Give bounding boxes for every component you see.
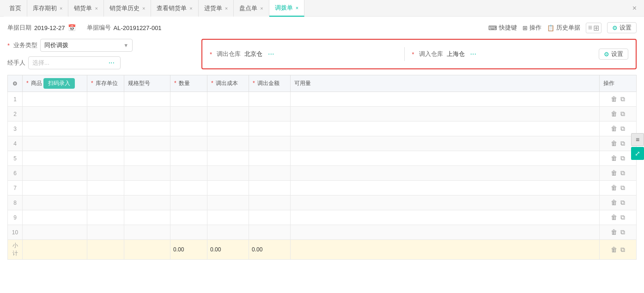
- copy-row-4[interactable]: ⧉: [620, 139, 626, 148]
- cell-qty-11[interactable]: 0.00: [170, 240, 207, 260]
- cell-unit-11[interactable]: [87, 240, 124, 260]
- copy-row-11[interactable]: ⧉: [620, 245, 626, 255]
- view-toggle[interactable]: ≡ ⊞: [586, 23, 601, 33]
- sidebar-expand-button[interactable]: ⤢: [631, 147, 644, 160]
- cell-spec-7[interactable]: [124, 181, 170, 195]
- cell-product-8[interactable]: [23, 195, 87, 210]
- cell-avail-3[interactable]: [291, 122, 600, 136]
- cell-unit-2[interactable]: [87, 107, 124, 122]
- close-tab-stocktake[interactable]: ×: [260, 6, 263, 11]
- cell-spec-10[interactable]: [124, 225, 170, 240]
- copy-row-10[interactable]: ⧉: [620, 227, 626, 237]
- cell-avail-11[interactable]: [291, 240, 600, 260]
- cell-qty-6[interactable]: [170, 166, 207, 181]
- delete-row-4[interactable]: 🗑: [610, 139, 618, 148]
- cell-avail-4[interactable]: [291, 136, 600, 151]
- cell-unit-3[interactable]: [87, 122, 124, 136]
- calendar-icon[interactable]: 📅: [68, 24, 76, 31]
- cell-unit-5[interactable]: [87, 151, 124, 166]
- cell-avail-2[interactable]: [291, 107, 600, 122]
- tab-stocktake[interactable]: 盘点单 ×: [234, 0, 269, 17]
- cell-avail-10[interactable]: [291, 225, 600, 240]
- th-gear[interactable]: ⚙: [8, 75, 23, 92]
- settings-button[interactable]: ⚙ 设置: [607, 22, 637, 33]
- cell-product-11[interactable]: [23, 240, 87, 260]
- cell-qty-9[interactable]: [170, 210, 207, 225]
- cell-amount-9[interactable]: [249, 210, 291, 225]
- copy-row-9[interactable]: ⧉: [620, 213, 626, 222]
- cell-spec-11[interactable]: [124, 240, 170, 260]
- biz-type-select[interactable]: 同价调拨 ▼: [40, 39, 133, 52]
- cell-cost-8[interactable]: [207, 195, 249, 210]
- cell-unit-8[interactable]: [87, 195, 124, 210]
- operation-button[interactable]: ⊞ 操作: [522, 24, 541, 32]
- cell-cost-6[interactable]: [207, 166, 249, 181]
- cell-unit-9[interactable]: [87, 210, 124, 225]
- table-scroll-area[interactable]: ⚙ * 商品 扫码录入 * 库存单位 规格型号: [7, 75, 637, 260]
- cell-amount-1[interactable]: [249, 92, 291, 107]
- history-button[interactable]: 📋 历史单据: [547, 24, 580, 32]
- delete-row-11[interactable]: 🗑: [610, 245, 618, 254]
- handler-select[interactable]: 选择... ···: [28, 56, 121, 69]
- cell-qty-8[interactable]: [170, 195, 207, 210]
- delete-row-7[interactable]: 🗑: [610, 183, 618, 192]
- in-warehouse-more-icon[interactable]: ···: [468, 50, 478, 58]
- cell-amount-7[interactable]: [249, 181, 291, 195]
- cell-unit-7[interactable]: [87, 181, 124, 195]
- cell-amount-6[interactable]: [249, 166, 291, 181]
- cell-cost-7[interactable]: [207, 181, 249, 195]
- cell-avail-7[interactable]: [291, 181, 600, 195]
- cell-qty-7[interactable]: [170, 181, 207, 195]
- close-tab-sales-order[interactable]: ×: [95, 6, 97, 11]
- copy-row-3[interactable]: ⧉: [620, 124, 626, 134]
- cell-amount-5[interactable]: [249, 151, 291, 166]
- tab-home[interactable]: 首页: [4, 0, 27, 17]
- cell-cost-3[interactable]: [207, 122, 249, 136]
- out-warehouse-more-icon[interactable]: ···: [266, 50, 276, 58]
- tab-sales-history[interactable]: 销货单历史 ×: [104, 0, 151, 17]
- warehouse-settings-button[interactable]: ⚙ 设置: [599, 49, 628, 60]
- delete-row-2[interactable]: 🗑: [610, 109, 618, 118]
- cell-qty-5[interactable]: [170, 151, 207, 166]
- copy-row-5[interactable]: ⧉: [620, 153, 626, 163]
- tab-transfer[interactable]: 调拨单 ×: [269, 0, 304, 17]
- cell-spec-9[interactable]: [124, 210, 170, 225]
- cell-product-5[interactable]: [23, 151, 87, 166]
- cell-qty-4[interactable]: [170, 136, 207, 151]
- tab-view-sales[interactable]: 查看销货单 ×: [151, 0, 198, 17]
- cell-qty-10[interactable]: [170, 225, 207, 240]
- cell-avail-1[interactable]: [291, 92, 600, 107]
- scan-button[interactable]: 扫码录入: [43, 78, 75, 89]
- copy-row-7[interactable]: ⧉: [620, 183, 626, 193]
- cell-cost-2[interactable]: [207, 107, 249, 122]
- copy-row-1[interactable]: ⧉: [620, 94, 626, 104]
- cell-amount-3[interactable]: [249, 122, 291, 136]
- cell-amount-8[interactable]: [249, 195, 291, 210]
- cell-unit-1[interactable]: [87, 92, 124, 107]
- tab-purchase[interactable]: 进货单 ×: [199, 0, 234, 17]
- delete-row-10[interactable]: 🗑: [610, 227, 618, 237]
- cell-cost-9[interactable]: [207, 210, 249, 225]
- close-all-tabs[interactable]: ×: [629, 4, 640, 12]
- cell-cost-11[interactable]: 0.00: [207, 240, 249, 260]
- cell-product-1[interactable]: [23, 92, 87, 107]
- sidebar-list-button[interactable]: ≡: [631, 133, 644, 146]
- cell-amount-4[interactable]: [249, 136, 291, 151]
- cell-amount-2[interactable]: [249, 107, 291, 122]
- cell-unit-10[interactable]: [87, 225, 124, 240]
- cell-spec-8[interactable]: [124, 195, 170, 210]
- close-tab-sales-history[interactable]: ×: [142, 6, 145, 11]
- column-settings-icon[interactable]: ⚙: [12, 80, 18, 87]
- cell-avail-5[interactable]: [291, 151, 600, 166]
- cell-spec-4[interactable]: [124, 136, 170, 151]
- cell-cost-10[interactable]: [207, 225, 249, 240]
- cell-product-9[interactable]: [23, 210, 87, 225]
- delete-row-9[interactable]: 🗑: [610, 213, 618, 222]
- cell-product-3[interactable]: [23, 122, 87, 136]
- handler-more-icon[interactable]: ···: [107, 59, 116, 67]
- cell-unit-6[interactable]: [87, 166, 124, 181]
- cell-spec-2[interactable]: [124, 107, 170, 122]
- close-tab-view-sales[interactable]: ×: [189, 6, 192, 11]
- close-tab-purchase[interactable]: ×: [225, 6, 228, 11]
- delete-row-5[interactable]: 🗑: [610, 153, 618, 163]
